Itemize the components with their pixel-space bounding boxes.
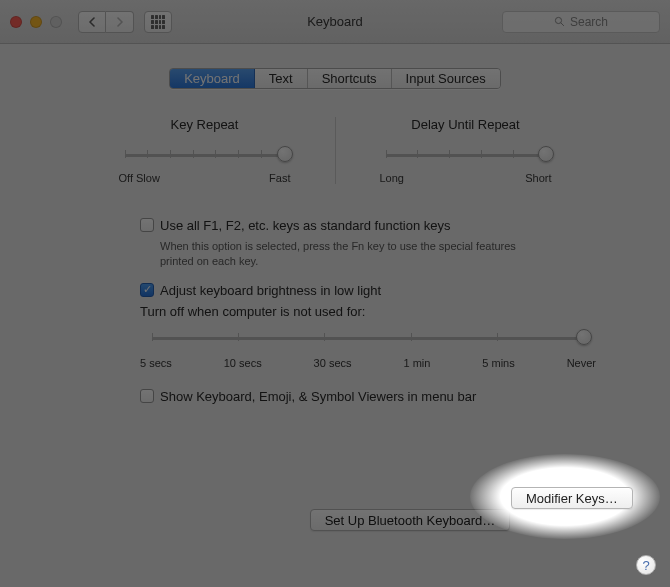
window-title: Keyboard xyxy=(307,14,363,29)
idle-slider[interactable] xyxy=(152,329,584,349)
search-input[interactable]: Search xyxy=(502,11,660,33)
idle-tick-2: 30 secs xyxy=(314,357,352,369)
zoom-button[interactable] xyxy=(50,16,62,28)
close-button[interactable] xyxy=(10,16,22,28)
tab-shortcuts[interactable]: Shortcuts xyxy=(308,69,392,88)
idle-tick-5: Never xyxy=(567,357,596,369)
search-icon xyxy=(554,16,565,27)
idle-tick-0: 5 secs xyxy=(140,357,172,369)
show-viewers-checkbox[interactable] xyxy=(140,389,154,403)
delay-repeat-block: Delay Until Repeat Long Short xyxy=(366,117,566,184)
fn-keys-hint: When this option is selected, press the … xyxy=(160,239,540,269)
setup-bluetooth-button[interactable]: Set Up Bluetooth Keyboard… xyxy=(310,509,511,531)
help-button[interactable]: ? xyxy=(636,555,656,575)
idle-tick-4: 5 mins xyxy=(482,357,514,369)
delay-repeat-slider[interactable] xyxy=(386,146,546,166)
delay-repeat-label: Delay Until Repeat xyxy=(366,117,566,132)
key-repeat-right: Fast xyxy=(269,172,290,184)
brightness-checkbox[interactable]: ✓ xyxy=(140,283,154,297)
forward-button[interactable] xyxy=(106,11,134,33)
key-repeat-left: Off Slow xyxy=(119,172,160,184)
search-placeholder: Search xyxy=(570,15,608,29)
tab-keyboard[interactable]: Keyboard xyxy=(170,69,255,88)
idle-label: Turn off when computer is not used for: xyxy=(140,304,596,319)
tab-input-sources[interactable]: Input Sources xyxy=(392,69,500,88)
traffic-lights xyxy=(10,16,62,28)
fn-keys-checkbox[interactable] xyxy=(140,218,154,232)
back-button[interactable] xyxy=(78,11,106,33)
repeat-sliders: Key Repeat Off Slow Fast Delay Until Rep… xyxy=(14,117,656,184)
fn-keys-row: Use all F1, F2, etc. keys as standard fu… xyxy=(140,218,596,233)
idle-tick-3: 1 min xyxy=(403,357,430,369)
delay-repeat-right: Short xyxy=(525,172,551,184)
brightness-label: Adjust keyboard brightness in low light xyxy=(160,283,381,298)
key-repeat-slider[interactable] xyxy=(125,146,285,166)
svg-line-1 xyxy=(561,23,564,26)
options-section: Use all F1, F2, etc. keys as standard fu… xyxy=(14,218,656,404)
show-viewers-label: Show Keyboard, Emoji, & Symbol Viewers i… xyxy=(160,389,476,404)
fn-keys-label: Use all F1, F2, etc. keys as standard fu… xyxy=(160,218,450,233)
nav-buttons xyxy=(78,11,134,33)
show-all-button[interactable] xyxy=(144,11,172,33)
titlebar: Keyboard Search xyxy=(0,0,670,44)
minimize-button[interactable] xyxy=(30,16,42,28)
tab-bar: Keyboard Text Shortcuts Input Sources xyxy=(14,68,656,89)
tab-text[interactable]: Text xyxy=(255,69,308,88)
brightness-row: ✓ Adjust keyboard brightness in low ligh… xyxy=(140,283,596,298)
idle-tick-1: 10 secs xyxy=(224,357,262,369)
key-repeat-block: Key Repeat Off Slow Fast xyxy=(105,117,305,184)
help-icon: ? xyxy=(642,558,649,573)
delay-repeat-left: Long xyxy=(380,172,404,184)
show-viewers-row: Show Keyboard, Emoji, & Symbol Viewers i… xyxy=(140,389,596,404)
bottom-buttons: Set Up Bluetooth Keyboard… Modifier Keys… xyxy=(310,509,644,531)
modifier-keys-button[interactable]: Modifier Keys… xyxy=(511,487,633,509)
idle-tick-labels: 5 secs 10 secs 30 secs 1 min 5 mins Neve… xyxy=(140,357,596,369)
grid-icon xyxy=(151,15,165,29)
key-repeat-label: Key Repeat xyxy=(105,117,305,132)
slider-separator xyxy=(335,117,336,184)
